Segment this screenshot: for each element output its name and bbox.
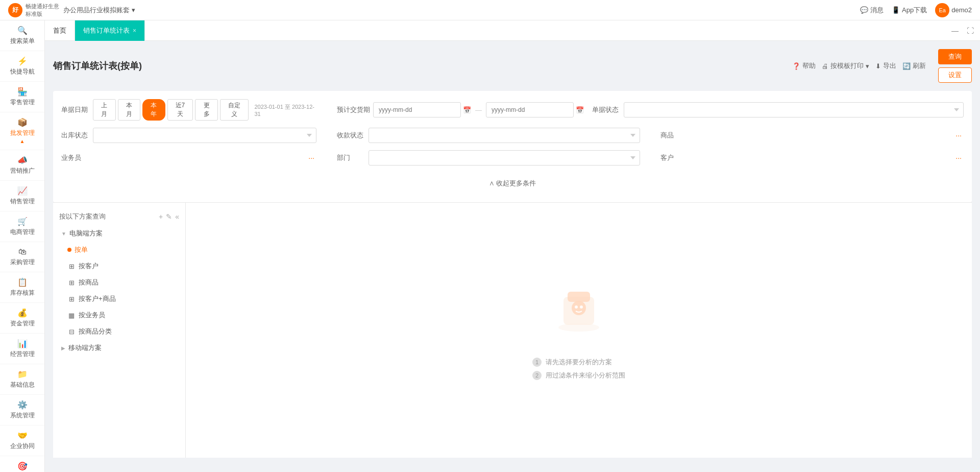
message-btn[interactable]: 💬 消息 xyxy=(860,6,884,15)
active-dot-icon xyxy=(67,248,71,252)
collection-status-select[interactable] xyxy=(369,128,640,143)
empty-tip-2: 2 用过滤条件来缩小分析范围 xyxy=(532,371,625,380)
department-select[interactable] xyxy=(369,150,640,166)
sidebar-item-finance[interactable]: 💰 资金管理 xyxy=(0,303,44,334)
salesperson-cell: 业务员 ··· xyxy=(61,153,316,162)
customer-ellipsis[interactable]: ··· xyxy=(953,154,964,162)
query-button[interactable]: 查询 xyxy=(938,49,972,64)
sidebar-item-newbie[interactable]: 🎯 新手引导 xyxy=(0,456,44,472)
left-panel-header: 按以下方案查询 + ✎ « xyxy=(53,208,185,225)
filter-panel: 单据日期 上月 本月 本年 近7天 更多 自定义 2023-01-01 至 20… xyxy=(53,91,972,202)
sidebar-item-ecommerce[interactable]: 🛒 电商管理 xyxy=(0,211,44,242)
user-profile[interactable]: Ea demo2 xyxy=(935,3,972,17)
ship-status-group xyxy=(93,128,316,143)
tab-minimize-btn[interactable]: — xyxy=(949,25,961,37)
sidebar-item-sales[interactable]: 📈 销售管理 xyxy=(0,181,44,211)
expected-date-label: 预计交货期 xyxy=(337,105,370,114)
tab-sales-order-stats[interactable]: 销售订单统计表 × xyxy=(75,20,145,41)
logo-area: 好 畅捷通好生意 标准版 xyxy=(8,3,59,17)
sidebar-item-retail[interactable]: 🏪 零售管理 xyxy=(0,82,44,112)
tree-item-by-order[interactable]: 按单 xyxy=(53,242,185,258)
sidebar-item-marketing[interactable]: 📣 营销推广 xyxy=(0,150,44,181)
goods-ellipsis[interactable]: ··· xyxy=(953,131,964,139)
expected-date-start[interactable] xyxy=(373,102,461,117)
tab-home[interactable]: 首页 xyxy=(45,20,75,41)
basic-info-icon: 📁 xyxy=(2,369,42,379)
sidebar-item-quick-nav[interactable]: ⚡ 快捷导航 xyxy=(0,51,44,82)
sidebar-item-wholesale[interactable]: 📦 批发管理 ▲ xyxy=(0,112,44,150)
salesperson-ellipsis[interactable]: ··· xyxy=(306,154,316,162)
collapse-panel-btn[interactable]: « xyxy=(175,213,179,221)
top-bar-title[interactable]: 办公用品行业模拟账套 ▾ xyxy=(63,6,135,15)
date-btn-more[interactable]: 更多 xyxy=(195,99,218,121)
customer-label: 客户 xyxy=(660,153,689,162)
empty-tip-1: 1 请先选择要分析的方案 xyxy=(532,358,625,367)
collapse-row[interactable]: ∧ 收起更多条件 xyxy=(61,173,964,194)
collection-status-cell: 收款状态 xyxy=(337,128,640,143)
goods-label: 商品 xyxy=(660,131,689,140)
calendar-icon-end[interactable]: 📅 xyxy=(576,106,584,114)
date-btn-last-month[interactable]: 上月 xyxy=(93,99,116,121)
add-scheme-btn[interactable]: + xyxy=(159,213,163,221)
edit-scheme-btn[interactable]: ✎ xyxy=(166,213,172,221)
dropdown-icon[interactable]: ▾ xyxy=(132,6,135,14)
print-dropdown-icon[interactable]: ▾ xyxy=(866,62,869,70)
purchase-icon: 🛍 xyxy=(2,247,42,256)
tree-section-mobile[interactable]: ▶ 移动端方案 xyxy=(53,340,185,356)
tree-item-by-goods[interactable]: ⊞ 按商品 xyxy=(53,274,185,291)
tab-maximize-btn[interactable]: ⛶ xyxy=(965,25,976,37)
settings-button[interactable]: 设置 xyxy=(938,67,972,83)
sidebar-item-purchase[interactable]: 🛍 采购管理 xyxy=(0,242,44,272)
date-cell: 单据日期 上月 本月 本年 近7天 更多 自定义 2023-01-01 至 20… xyxy=(61,99,316,121)
date-btn-custom[interactable]: 自定义 xyxy=(220,99,249,121)
sidebar-item-basic-info[interactable]: 📁 基础信息 xyxy=(0,364,44,395)
avatar: Ea xyxy=(935,3,949,17)
refresh-btn[interactable]: 🔄 刷新 xyxy=(902,61,926,70)
svg-point-4 xyxy=(575,305,578,309)
content-area: 首页 销售订单统计表 × — ⛶ 销售订单统计表(按单) xyxy=(45,20,980,472)
tree-item-by-salesperson[interactable]: ▦ 按业务员 xyxy=(53,307,185,323)
page-title: 销售订单统计表(按单) xyxy=(53,60,142,72)
tree-arrow-desktop[interactable]: ▼ xyxy=(61,231,66,237)
expected-date-end[interactable] xyxy=(486,102,574,117)
sidebar-item-enterprise[interactable]: 🤝 企业协同 xyxy=(0,426,44,456)
tree-label-by-order: 按单 xyxy=(75,245,88,254)
sidebar-item-system[interactable]: ⚙️ 系统管理 xyxy=(0,395,44,426)
tree-label-by-goods-category: 按商品分类 xyxy=(79,327,112,336)
operation-icon: 📊 xyxy=(2,339,42,348)
export-btn[interactable]: ⬇ 导出 xyxy=(875,61,896,70)
tree-item-by-customer[interactable]: ⊞ 按客户 xyxy=(53,258,185,274)
date-btn-this-year[interactable]: 本年 xyxy=(142,99,165,121)
status-group xyxy=(624,102,964,117)
ship-status-cell: 出库状态 xyxy=(61,128,316,143)
main-split: 按以下方案查询 + ✎ « ▼ 电脑端方案 xyxy=(53,202,972,458)
tree-section-desktop: ▼ 电脑端方案 xyxy=(53,225,185,242)
filter-row-3: 业务员 ··· 部门 xyxy=(61,150,964,166)
ship-status-select[interactable] xyxy=(93,128,316,143)
tip-num-2: 2 xyxy=(532,371,542,380)
tree-arrow-mobile[interactable]: ▶ xyxy=(61,345,65,351)
help-btn[interactable]: ❓ 帮助 xyxy=(792,61,816,70)
salesperson-label: 业务员 xyxy=(61,153,90,162)
sidebar-item-inventory[interactable]: 📋 库存核算 xyxy=(0,272,44,303)
marketing-icon: 📣 xyxy=(2,155,42,165)
tab-close-btn[interactable]: × xyxy=(133,27,136,34)
status-select[interactable] xyxy=(624,102,964,117)
wholesale-icon: 📦 xyxy=(2,117,42,127)
tree-label-by-customer-goods: 按客户+商品 xyxy=(79,294,116,303)
grid-icon-1: ⊞ xyxy=(67,263,76,270)
tree-item-by-customer-goods[interactable]: ⊞ 按客户+商品 xyxy=(53,291,185,307)
filter-row-2: 出库状态 收款状态 xyxy=(61,128,964,143)
date-btn-this-month[interactable]: 本月 xyxy=(118,99,141,121)
sidebar-item-operation[interactable]: 📊 经营管理 xyxy=(0,334,44,364)
grid-icon-2: ⊞ xyxy=(67,279,76,287)
date-btn-7days[interactable]: 近7天 xyxy=(167,99,193,121)
tree-item-by-goods-category[interactable]: ⊟ 按商品分类 xyxy=(53,323,185,340)
app-download-btn[interactable]: 📱 App下载 xyxy=(892,6,927,15)
calendar-icon-start[interactable]: 📅 xyxy=(463,106,471,114)
ecommerce-icon: 🛒 xyxy=(2,217,42,226)
sidebar-item-search-menu[interactable]: 🔍 搜索菜单 xyxy=(0,20,44,51)
print-btn[interactable]: 🖨 按模板打印 ▾ xyxy=(822,61,869,70)
status-label: 单据状态 xyxy=(592,105,621,114)
desktop-schemes-label: 电脑端方案 xyxy=(69,229,103,238)
